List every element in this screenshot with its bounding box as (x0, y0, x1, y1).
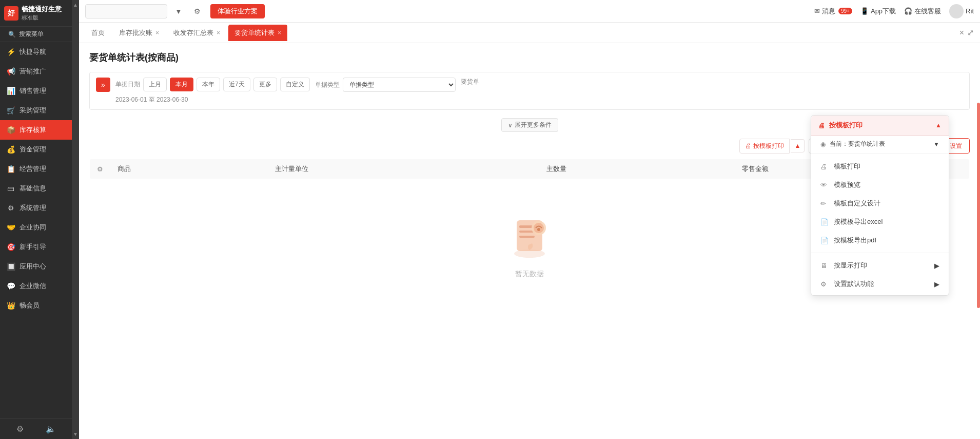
dropdown-divider-2 (811, 253, 949, 253)
col-unit: 主计量单位 (268, 159, 539, 179)
sidebar-item-label: 企业微信 (19, 281, 46, 291)
sidebar-item-sales[interactable]: 📊 销售管理 (0, 81, 72, 101)
bill-type-row: 单据类型 单据类型 (315, 78, 456, 92)
scroll-up-arrow[interactable]: ▲ (73, 2, 78, 8)
tab-summary-close[interactable]: × (217, 29, 220, 36)
template-pdf-label: 按模板导出pdf (834, 236, 876, 245)
tab-order-stat[interactable]: 要货单统计表 × (228, 25, 287, 41)
tab-summary-label: 收发存汇总表 (173, 28, 213, 37)
dropdown-header[interactable]: 🖨 按模板打印 ▲ (811, 116, 949, 136)
sidebar-settings-btn[interactable]: ⚙ (16, 424, 24, 434)
page-title: 要货单统计表(按商品) (89, 51, 970, 64)
online-service-label: 在线客服 (914, 7, 941, 16)
sidebar-item-label: 新手引导 (19, 242, 46, 252)
sidebar-scroll: ▲ ▼ (72, 0, 79, 439)
tab-home[interactable]: 首页 (85, 25, 111, 41)
date-btn-custom[interactable]: 自定义 (280, 78, 310, 91)
tab-close-btn[interactable]: × (959, 28, 964, 37)
topbar-message[interactable]: ✉ 消息 99+ (814, 7, 852, 16)
sidebar-item-marketing[interactable]: 📢 营销推广 (0, 62, 72, 81)
col-product: 商品 (110, 159, 268, 179)
print-btn-wrap: 🖨 按模板打印 ▲ (739, 139, 805, 154)
tab-order-stat-close[interactable]: × (278, 29, 281, 36)
dropdown-item-template-excel[interactable]: 📄 按模板导出excel (811, 213, 949, 231)
topbar-search-input[interactable] (85, 4, 167, 18)
date-btn-current-year[interactable]: 本年 (197, 78, 220, 91)
dropdown-item-default-func[interactable]: ⚙ 设置默认功能 ▶ (811, 275, 949, 293)
dropdown-item-display-print[interactable]: 🖥 按显示打印 ▶ (811, 256, 949, 275)
sidebar-bottom: ⚙ 🔈 (0, 418, 72, 439)
dropdown-item-template-design[interactable]: ✏ 模板自定义设计 (811, 194, 949, 213)
sidebar-item-member[interactable]: 👑 畅会员 (0, 296, 72, 315)
topbar-online-service[interactable]: 🎧 在线客服 (904, 7, 941, 16)
template-design-icon: ✏ (820, 200, 829, 207)
dropdown-items-section: 🖨 模板打印 👁 模板预览 ✏ 模板自定义设计 📄 按模板导出excel 📄 (811, 155, 949, 252)
topbar-dropdown-btn[interactable]: ▼ (171, 4, 186, 18)
topbar-app-download[interactable]: 📱 App下载 (860, 7, 896, 16)
display-print-label: 按显示打印 (834, 261, 867, 270)
filter-type-group: 单据类型 单据类型 (315, 78, 456, 92)
shortcut-icon: ⚡ (6, 48, 15, 56)
system-icon: ⚙ (6, 204, 15, 212)
sidebar-item-shortcut[interactable]: ⚡ 快捷导航 (0, 42, 72, 62)
dropdown-item-template-pdf[interactable]: 📄 按模板导出pdf (811, 231, 949, 250)
sidebar-item-basic[interactable]: 🗃 基础信息 (0, 179, 72, 198)
template-print-icon: 🖨 (820, 163, 829, 170)
sidebar-item-purchase[interactable]: 🛒 采购管理 (0, 101, 72, 120)
filter-toggle-btn[interactable]: » (96, 78, 110, 92)
app-name: 畅捷通好生意 (22, 5, 62, 14)
message-badge: 99+ (838, 8, 852, 14)
main-area: ▼ ⚙ 体验行业方案 ✉ 消息 99+ 📱 App下载 🎧 在线客服 Rit (79, 0, 980, 439)
empty-icon (504, 210, 555, 261)
topbar-trial-btn[interactable]: 体验行业方案 (210, 4, 265, 18)
tab-maximize-btn[interactable]: ⤢ (967, 28, 974, 37)
date-btn-last-month[interactable]: 上月 (143, 78, 167, 91)
print-template-btn[interactable]: 🖨 按模板打印 (739, 139, 790, 154)
topbar: ▼ ⚙ 体验行业方案 ✉ 消息 99+ 📱 App下载 🎧 在线客服 Rit (79, 0, 980, 23)
message-label: 消息 (822, 7, 835, 16)
sidebar-item-label: 系统管理 (19, 203, 46, 213)
template-excel-icon: 📄 (820, 218, 829, 226)
filter-order-group: 要货单 (461, 78, 483, 86)
date-btn-7days[interactable]: 近7天 (223, 78, 250, 91)
sidebar-item-enterprise[interactable]: 🤝 企业协同 (0, 218, 72, 237)
sidebar-item-label: 经营管理 (19, 164, 46, 174)
sidebar-item-inventory[interactable]: 📦 库存核算 (0, 120, 72, 140)
print-arrow-btn[interactable]: ▲ (791, 139, 805, 152)
sidebar-item-label: 企业协同 (19, 223, 46, 232)
dropdown-collapse-icon[interactable]: ▲ (935, 122, 942, 129)
sidebar-item-wechat[interactable]: 💬 企业微信 (0, 276, 72, 296)
dropdown-item-template-print[interactable]: 🖨 模板打印 (811, 157, 949, 176)
sidebar-item-appstore[interactable]: 🔲 应用中心 (0, 257, 72, 276)
display-print-icon: 🖥 (820, 262, 829, 270)
col-settings[interactable]: ⚙ (90, 159, 111, 179)
sidebar-logo: 好 畅捷通好生意 标准版 (0, 0, 72, 27)
expand-conditions-btn[interactable]: ∨ 展开更多条件 (501, 118, 558, 132)
topbar-gear-btn[interactable]: ⚙ (190, 4, 204, 18)
search-icon: 🔍 (8, 31, 16, 38)
username: Rit (966, 7, 974, 15)
date-btn-current-month[interactable]: 本月 (170, 78, 193, 91)
sidebar-search[interactable]: 🔍 搜索菜单 (0, 27, 72, 42)
dropdown-item-template-preview[interactable]: 👁 模板预览 (811, 176, 949, 194)
scroll-down-arrow[interactable]: ▼ (73, 431, 78, 437)
app-logo-icon: 好 (4, 6, 18, 21)
sidebar-item-guide[interactable]: 🎯 新手引导 (0, 237, 72, 257)
tab-summary[interactable]: 收发存汇总表 × (167, 25, 226, 41)
current-template-text: 当前：要货单统计表 (830, 140, 885, 148)
tab-batch-close[interactable]: × (155, 29, 159, 36)
expand-label: 展开更多条件 (515, 121, 552, 129)
guide-icon: 🎯 (6, 243, 15, 251)
sidebar-item-finance[interactable]: 💰 资金管理 (0, 140, 72, 159)
default-func-arrow: ▶ (934, 280, 939, 288)
right-scrollbar[interactable] (977, 103, 980, 308)
template-excel-label: 按模板导出excel (834, 217, 883, 226)
tab-batch[interactable]: 库存批次账 × (113, 25, 165, 41)
table-settings-icon[interactable]: ⚙ (97, 165, 103, 173)
date-btn-more[interactable]: 更多 (253, 78, 277, 91)
bill-type-select[interactable]: 单据类型 (343, 78, 456, 92)
sidebar-item-operation[interactable]: 📋 经营管理 (0, 159, 72, 179)
sidebar-item-system[interactable]: ⚙ 系统管理 (0, 198, 72, 218)
sidebar-volume-btn[interactable]: 🔈 (46, 424, 56, 434)
topbar-avatar-area[interactable]: Rit (949, 4, 974, 18)
